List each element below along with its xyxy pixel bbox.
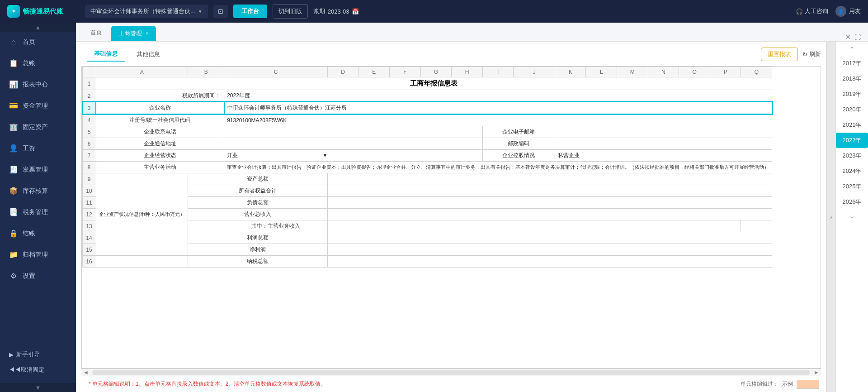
home-icon: ⌂ (9, 38, 18, 46)
year-item-2026[interactable]: 2026年 (836, 194, 868, 210)
calendar-icon[interactable]: 📅 (352, 8, 359, 15)
col-header-d[interactable]: D (327, 67, 359, 77)
owner-equity-value[interactable] (327, 185, 772, 197)
sidebar-item-tax[interactable]: 📑 税务管理 (0, 201, 76, 223)
row-num-13: 13 (82, 220, 96, 232)
sidebar-item-home[interactable]: ⌂ 首页 (0, 32, 76, 53)
postal-value[interactable] (555, 138, 772, 150)
asset-info-label: 企业资产状况信息(币种：人民币万元） (96, 173, 188, 256)
edited-label: 单元格编辑过： (741, 380, 778, 388)
consultant-button[interactable]: 🎧 人工咨询 (796, 7, 828, 15)
col-header-q[interactable]: Q (741, 67, 772, 77)
sidebar-item-settings[interactable]: ⚙ 设置 (0, 265, 76, 287)
year-item-2017[interactable]: 2017年 (836, 56, 868, 71)
year-item-2022[interactable]: 2022年 (836, 133, 868, 148)
col-header-i[interactable]: I (482, 67, 514, 77)
tab-active[interactable]: 工商管理 × (111, 26, 156, 41)
year-item-2018[interactable]: 2018年 (836, 71, 868, 86)
workbench-button[interactable]: 工作台 (233, 5, 267, 18)
sidebar-item-closing[interactable]: 🔒 结账 (0, 223, 76, 244)
window-expand-icon[interactable]: ⛶ (854, 33, 861, 41)
total-revenue-value[interactable] (327, 209, 772, 220)
col-header-l[interactable]: L (586, 67, 617, 77)
reg-code-value[interactable]: 91320100MA208E5W6K (224, 114, 772, 126)
refresh-label: 刷新 (809, 50, 821, 58)
sidebar-item-salary[interactable]: 👤 工资 (0, 138, 76, 159)
company-name-value[interactable]: 中审众环会计师事务所（特殊普通合伙）江苏分所 (224, 102, 772, 114)
unpin-button[interactable]: ◀◀取消固定 (7, 362, 69, 378)
user-info[interactable]: 👤 用友 (835, 6, 861, 17)
total-tax-value[interactable] (327, 256, 772, 268)
phone-value[interactable] (224, 126, 483, 138)
company-selector[interactable]: 中审众环会计师事务所（特殊普通合伙... ▼ (85, 5, 208, 18)
tax-icon: 📑 (9, 208, 18, 216)
col-header-f[interactable]: F (390, 67, 421, 77)
tab-home[interactable]: 首页 (83, 25, 109, 41)
col-header-m[interactable]: M (617, 67, 648, 77)
total-assets-value[interactable] (327, 173, 772, 185)
sidebar-item-ledger[interactable]: 📋 总账 (0, 53, 76, 74)
sidebar-scroll-down[interactable]: ▼ (0, 383, 76, 392)
col-header-k[interactable]: K (555, 67, 586, 77)
col-header-n[interactable]: N (648, 67, 679, 77)
collapse-button[interactable]: › (826, 42, 835, 392)
col-header-p[interactable]: P (710, 67, 741, 77)
col-header-j[interactable]: J (514, 67, 555, 77)
year-item-2019[interactable]: 2019年 (836, 86, 868, 102)
year-item-2024[interactable]: 2024年 (836, 163, 868, 179)
sidebar-item-finance[interactable]: 💳 资金管理 (0, 95, 76, 116)
net-profit-value[interactable] (327, 244, 772, 256)
spreadsheet[interactable]: A B C D E F G H I J K L (81, 66, 821, 368)
horizontal-scrollbar[interactable]: ◀ ▶ (81, 368, 821, 376)
hscroll-left-arrow[interactable]: ◀ (81, 370, 90, 375)
window-close-icon[interactable]: ✕ (845, 33, 851, 41)
col-header-o[interactable]: O (679, 67, 710, 77)
biz-status-value[interactable]: 开业 ▼ (224, 150, 483, 162)
sidebar-scroll-up[interactable]: ▲ (0, 23, 76, 32)
year-nav-up[interactable]: ⌃ (847, 43, 857, 56)
old-version-button[interactable]: 切到旧版 (273, 4, 308, 19)
year-item-2025[interactable]: 2025年 (836, 179, 868, 194)
col-header-e[interactable]: E (359, 67, 390, 77)
tax-period-value[interactable]: 2022年度 (224, 90, 772, 102)
refresh-button[interactable]: ↻ 刷新 (802, 50, 821, 58)
col-header-a[interactable]: A (96, 67, 188, 77)
content-area: 首页 工商管理 × ✕ ⛶ 基础信息 其他信息 重置报表 (76, 23, 868, 392)
pin-label: ◀◀取消固定 (9, 366, 44, 374)
tab-close-icon[interactable]: × (146, 30, 149, 37)
spreadsheet-title[interactable]: 工商年报信息表 (96, 77, 772, 90)
reset-report-button[interactable]: 重置报表 (761, 48, 798, 61)
sidebar-item-assets[interactable]: 🏢 固定资产 (0, 116, 76, 138)
col-header-c[interactable]: C (224, 67, 328, 77)
example-label: 示例 (782, 380, 793, 388)
tab-other-info[interactable]: 其他信息 (129, 48, 167, 61)
col-header-g[interactable]: G (420, 67, 452, 77)
tab-basic-info[interactable]: 基础信息 (87, 47, 125, 62)
sidebar-item-inventory[interactable]: 📦 库存核算 (0, 180, 76, 201)
col-header-b[interactable]: B (188, 67, 224, 77)
col-header-h[interactable]: H (452, 67, 483, 77)
shareholding-value[interactable]: 私营企业 (555, 150, 772, 162)
main-biz-value[interactable]: 审查企业会计报表；出具审计报告；验证企业资本；出具验资报告；办理企业合并、分立、… (224, 162, 772, 173)
copy-button[interactable]: ⊡ (213, 5, 228, 18)
total-profit-value[interactable] (327, 232, 772, 244)
hscroll-track[interactable] (92, 370, 810, 375)
year-nav-down[interactable]: ⌄ (847, 210, 857, 222)
sidebar-item-archive[interactable]: 📁 归档管理 (0, 244, 76, 265)
year-item-2021[interactable]: 2021年 (836, 117, 868, 133)
address-value[interactable] (224, 138, 483, 150)
liabilities-value[interactable] (327, 197, 772, 209)
main-revenue-value[interactable] (327, 220, 741, 232)
year-item-2023[interactable]: 2023年 (836, 148, 868, 163)
email-value[interactable] (555, 126, 772, 138)
total-profit-label: 利润总额 (188, 232, 328, 244)
new-user-label: 新手引导 (16, 350, 40, 359)
new-user-guide-button[interactable]: ▶ 新手引导 (7, 347, 69, 362)
email-label: 企业电子邮箱 (482, 126, 555, 138)
sidebar-item-invoice[interactable]: 🧾 发票管理 (0, 159, 76, 180)
hscroll-right-arrow[interactable]: ▶ (812, 370, 821, 375)
sidebar-item-report[interactable]: 📊 报表中心 (0, 74, 76, 95)
year-item-2020[interactable]: 2020年 (836, 102, 868, 117)
row-num-1: 1 (82, 77, 96, 90)
company-name-label: 企业名称 (96, 102, 224, 114)
